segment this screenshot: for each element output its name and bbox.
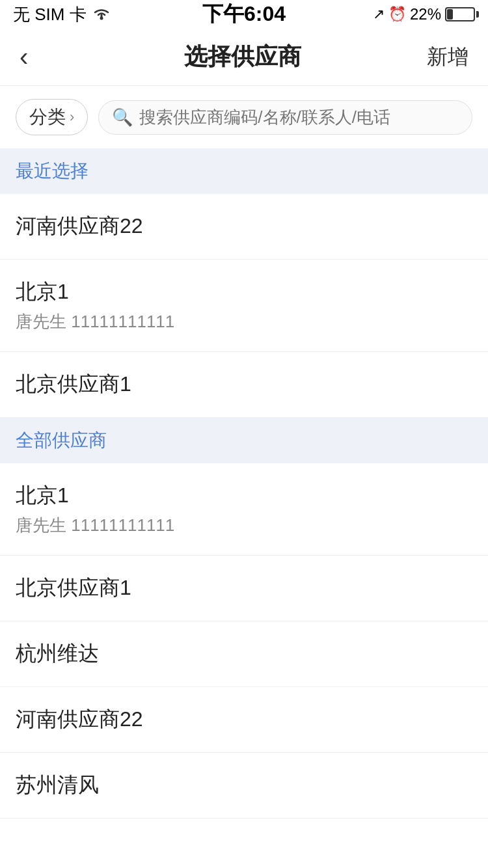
wifi-icon: [92, 5, 111, 25]
category-filter[interactable]: 分类 ›: [16, 99, 88, 135]
all-list: 北京1 唐先生 11111111111 北京供应商1 杭州维达 河南供应商22 …: [0, 463, 488, 819]
search-icon: 🔍: [112, 107, 133, 128]
battery-icon: [445, 7, 475, 21]
item-name: 杭州维达: [16, 640, 472, 668]
sim-status: 无 SIM 卡: [13, 3, 87, 26]
all-section-label: 全部供应商: [16, 430, 107, 450]
item-name: 北京1: [16, 481, 472, 510]
list-item[interactable]: 北京供应商1: [0, 352, 488, 418]
item-contact: 唐先生 11111111111: [16, 514, 472, 537]
recent-section-label: 最近选择: [16, 161, 88, 181]
nav-bar: ‹ 选择供应商 新增: [0, 29, 488, 86]
status-left: 无 SIM 卡: [13, 3, 111, 26]
search-box[interactable]: 🔍: [98, 100, 472, 135]
category-label: 分类: [29, 105, 66, 129]
item-name: 北京1: [16, 278, 472, 306]
battery-percent: 22%: [410, 5, 441, 23]
status-right: ↗ ⏰ 22%: [373, 5, 475, 23]
item-name: 北京供应商1: [16, 370, 472, 399]
page-title: 选择供应商: [184, 41, 301, 73]
recent-list: 河南供应商22 北京1 唐先生 11111111111 北京供应商1: [0, 194, 488, 418]
chevron-right-icon: ›: [70, 109, 74, 126]
all-section-header: 全部供应商: [0, 418, 488, 463]
search-input[interactable]: [139, 107, 459, 128]
location-icon: ↗: [373, 6, 385, 23]
item-contact: 唐先生 11111111111: [16, 310, 472, 333]
item-name: 苏州清风: [16, 771, 472, 800]
alarm-icon: ⏰: [388, 6, 406, 23]
add-button[interactable]: 新增: [427, 43, 468, 72]
list-item[interactable]: 河南供应商22: [0, 194, 488, 260]
list-item[interactable]: 北京1 唐先生 11111111111: [0, 463, 488, 556]
back-button[interactable]: ‹: [20, 42, 59, 72]
list-item[interactable]: 苏州清风: [0, 753, 488, 819]
list-item[interactable]: 北京供应商1: [0, 556, 488, 621]
item-name: 河南供应商22: [16, 212, 472, 241]
list-item[interactable]: 河南供应商22: [0, 687, 488, 753]
filter-row: 分类 › 🔍: [0, 86, 488, 148]
list-item[interactable]: 杭州维达: [0, 621, 488, 687]
status-time: 下午6:04: [202, 0, 286, 29]
list-item[interactable]: 北京1 唐先生 11111111111: [0, 260, 488, 352]
recent-section-header: 最近选择: [0, 148, 488, 194]
status-bar: 无 SIM 卡 下午6:04 ↗ ⏰ 22%: [0, 0, 488, 29]
item-name: 河南供应商22: [16, 705, 472, 734]
svg-point-0: [100, 16, 103, 20]
item-name: 北京供应商1: [16, 574, 472, 603]
